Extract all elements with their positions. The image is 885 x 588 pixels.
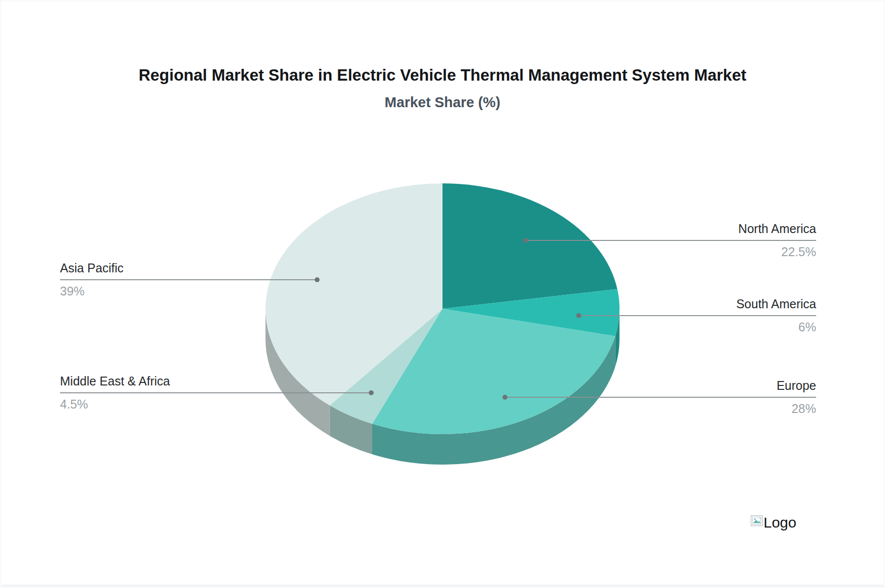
- logo-text: Logo: [764, 514, 796, 531]
- pie-svg: [0, 0, 885, 588]
- broken-image-icon: [751, 515, 763, 526]
- chart-page: Regional Market Share in Electric Vehicl…: [0, 0, 885, 588]
- logo: Logo: [751, 514, 796, 531]
- pie-slice-north-america[interactable]: [442, 183, 618, 309]
